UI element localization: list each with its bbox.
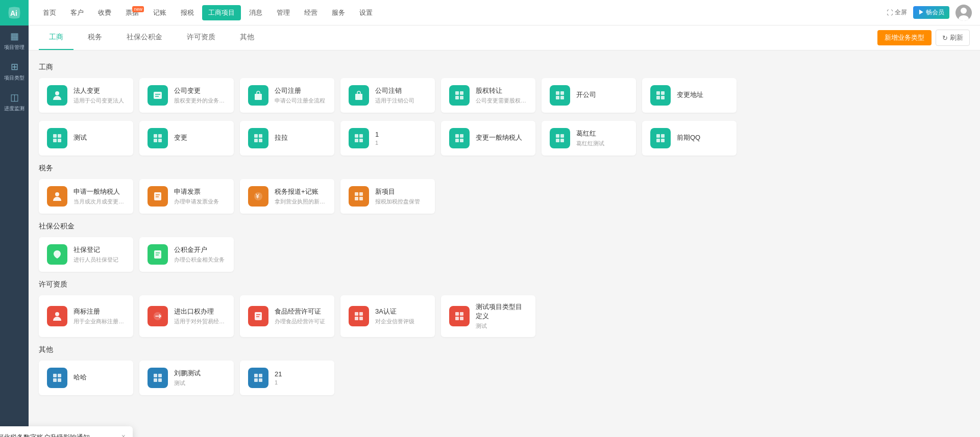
svg-rect-68 (355, 312, 358, 316)
card-apply-taxpayer[interactable]: 申请一般纳税人 当月或次月成变更完成 (39, 179, 133, 214)
card-test[interactable]: 测试 (39, 121, 133, 156)
topnav-service[interactable]: 服务 (326, 5, 351, 20)
card-info-prev-qq: 前期QQ (677, 133, 728, 144)
card-name-new-project: 新项目 (375, 187, 427, 196)
fullscreen-button[interactable]: ⛶ 全屏 (887, 8, 907, 17)
card-trademark[interactable]: 商标注册 用于企业商标注册服务 (39, 295, 133, 337)
card-info-apply-taxpayer: 申请一般纳税人 当月或次月成变更完成 (74, 187, 125, 205)
sidebar-item-project-type[interactable]: ⊞ 项目类型 (0, 56, 29, 87)
sidebar-item-project-mgmt[interactable]: ▦ 项目管理 (0, 25, 29, 56)
card-name-social-register: 社保登记 (74, 245, 125, 254)
content-area: 工商 法人变更 适用于公司变更法人 公司变更 股权变更外的业务变更 (29, 50, 980, 436)
svg-text:¥: ¥ (255, 192, 260, 200)
fullscreen-icon: ⛶ (887, 9, 893, 16)
card-new-project[interactable]: 新项目 报税加税控盘保管 (340, 179, 435, 214)
card-company-cancel[interactable]: 公司注销 适用于注销公司 (340, 78, 435, 113)
card-prev-qq[interactable]: 前期QQ (642, 121, 737, 156)
card-change2[interactable]: 变更 (139, 121, 234, 156)
card-social-register[interactable]: 社保登记 进行人员社保登记 (39, 237, 133, 272)
tab-tax[interactable]: 税务 (78, 25, 112, 50)
svg-rect-70 (355, 317, 358, 320)
card-mohonghong[interactable]: 葛红红 葛红红测试 (542, 121, 636, 156)
topnav-operation[interactable]: 经营 (298, 5, 324, 20)
card-name-import-export: 进出口权办理 (174, 307, 226, 316)
card-desc-trademark: 用于企业商标注册服务 (74, 318, 125, 325)
card-tax-report-book[interactable]: ¥ 税务报道+记账 拿到营业执照的新公司 (240, 179, 334, 214)
tab-other[interactable]: 其他 (230, 25, 264, 50)
invoice-badge: new (132, 6, 144, 12)
card-food-license[interactable]: 食品经营许可证 办理食品经营许可证 (240, 295, 334, 337)
svg-rect-59 (359, 197, 363, 200)
card-3a-cert[interactable]: 3A认证 对企业信誉评级 (340, 295, 435, 337)
card-company-change[interactable]: 公司变更 股权变更外的业务变更 (139, 78, 234, 113)
topnav-items: 首页 客户 收费 票据 new 记账 报税 工商项目 消息 管理 经营 服务 设… (37, 5, 887, 20)
card-name-apply-invoice: 申请发票 (174, 187, 226, 196)
new-type-button[interactable]: 新增业务类型 (877, 30, 932, 45)
topnav-message[interactable]: 消息 (243, 5, 268, 20)
card-desc-company-cancel: 适用于注销公司 (375, 97, 427, 105)
svg-rect-5 (154, 92, 162, 99)
svg-rect-9 (355, 94, 362, 100)
card-desc-new-project: 报税加税控盘保管 (375, 198, 427, 205)
card-open-company[interactable]: 开公司 (542, 78, 636, 113)
card-name-one: 1 (375, 131, 427, 138)
card-import-export[interactable]: 进出口权办理 适用于对外贸易经营者 (139, 295, 234, 337)
tab-biz[interactable]: 工商 (39, 25, 74, 50)
topnav-settings[interactable]: 设置 (353, 5, 379, 20)
topnav-bizproject[interactable]: 工商项目 (202, 5, 241, 20)
notification-close-button[interactable]: × (121, 432, 126, 437)
topnav-bookkeeping[interactable]: 记账 (147, 5, 173, 20)
svg-rect-60 (154, 250, 161, 259)
card-apply-invoice[interactable]: 申请发票 办理申请发票业务 (139, 179, 234, 214)
card-legal-change[interactable]: 法人变更 适用于公司变更法人 (39, 78, 133, 113)
svg-rect-69 (359, 312, 363, 316)
card-company-register[interactable]: 公司注册 申请公司注册全流程 (240, 78, 334, 113)
card-icon-fund-open (148, 244, 168, 265)
card-icon-company-register (248, 85, 268, 106)
topnav: 首页 客户 收费 票据 new 记账 报税 工商项目 消息 管理 经营 服务 设… (29, 0, 980, 25)
svg-rect-10 (455, 91, 459, 95)
tab-social[interactable]: 社保公积金 (116, 25, 173, 50)
refresh-button[interactable]: ↻ 刷新 (936, 30, 970, 46)
card-info-import-export: 进出口权办理 适用于对外贸易经营者 (174, 307, 226, 325)
topnav-billing[interactable]: 收费 (92, 5, 117, 20)
svg-rect-81 (158, 374, 162, 377)
subtabs: 工商 税务 社保公积金 许可资质 其他 新增业务类型 ↻ 刷新 (29, 25, 980, 50)
card-change-address[interactable]: 变更地址 (642, 78, 737, 113)
card-one[interactable]: 1 1 (340, 121, 435, 156)
card-name-open-company: 开公司 (576, 90, 628, 99)
card-info-one: 1 1 (375, 131, 427, 146)
vip-button[interactable]: ▶ 畅会员 (913, 6, 949, 19)
topnav-customer[interactable]: 客户 (64, 5, 90, 20)
biz-cards-row2: 测试 变更 拉拉 (39, 121, 970, 156)
card-desc-test-type: 测试 (476, 322, 527, 330)
card-lala[interactable]: 拉拉 (240, 121, 334, 156)
topnav-right: ⛶ 全屏 ▶ 畅会员 (887, 5, 972, 21)
svg-rect-44 (556, 139, 559, 142)
card-test-type[interactable]: 测试项目类型目定义 测试 (441, 295, 535, 337)
svg-rect-49 (661, 139, 665, 142)
sidebar-logo[interactable]: Ai (0, 0, 29, 25)
card-haha[interactable]: 哈哈 (39, 361, 133, 395)
svg-rect-40 (455, 139, 459, 142)
card-change-taxpayer[interactable]: 变更一般纳税人 (441, 121, 535, 156)
topnav-invoice[interactable]: 票据 new (119, 5, 145, 20)
svg-point-63 (55, 312, 59, 316)
card-icon-mohonghong (550, 128, 570, 148)
card-icon-legal-change (47, 85, 67, 106)
sidebar-item-progress-monitor[interactable]: ◫ 进度监测 (0, 87, 29, 117)
card-fund-open[interactable]: 公积金开户 办理公积金相关业务 (139, 237, 234, 272)
svg-rect-23 (58, 134, 61, 138)
topnav-home[interactable]: 首页 (37, 5, 62, 20)
svg-rect-32 (254, 139, 258, 142)
card-icon-open-company (550, 85, 570, 106)
topnav-tax[interactable]: 报税 (175, 5, 200, 20)
tab-license[interactable]: 许可资质 (177, 25, 226, 50)
card-liupeng[interactable]: 刘鹏测试 测试 (139, 361, 234, 395)
svg-rect-82 (154, 378, 157, 382)
user-avatar[interactable] (955, 5, 972, 21)
topnav-admin[interactable]: 管理 (271, 5, 296, 20)
card-equity-transfer[interactable]: 股权转让 公司变更需要股权转让 (441, 78, 535, 113)
card-twenty-one[interactable]: 21 1 (240, 361, 334, 395)
card-name-food-license: 食品经营许可证 (275, 307, 326, 316)
